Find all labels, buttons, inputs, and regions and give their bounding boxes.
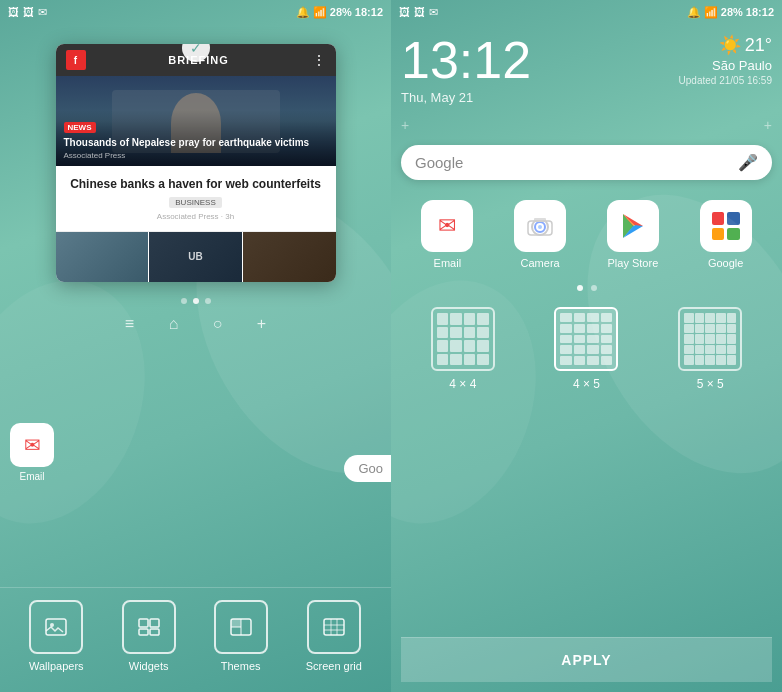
circle-icon[interactable]: ○ [206, 312, 230, 336]
dot-3 [205, 298, 211, 304]
grid-option-4x5[interactable]: 4 × 5 [554, 307, 618, 391]
email-app-icon: ✉ [421, 200, 473, 252]
status-left-icons: 🖼 🖼 ✉ [8, 6, 47, 19]
playstore-app-icon [607, 200, 659, 252]
app-camera[interactable]: Camera [514, 200, 566, 269]
grid-box-4x4 [431, 307, 495, 371]
plus-icon[interactable]: + [250, 312, 274, 336]
themes-icon [214, 600, 268, 654]
news-headline: Thousands of Nepalese pray for earthquak… [64, 136, 328, 149]
menu-widgets[interactable]: Widgets [122, 600, 176, 672]
left-bottom-menu: Wallpapers Widgets [0, 587, 391, 692]
plus-right: + [764, 117, 772, 133]
news-badge: NEWS [64, 122, 96, 133]
camera-svg [525, 214, 555, 238]
thumb-2: UB [149, 232, 243, 282]
right-status-time: 18:12 [746, 6, 774, 18]
widget-plus-row: + + [401, 117, 772, 133]
sun-icon: ☀️ [719, 34, 741, 56]
app-play-store[interactable]: Play Store [607, 200, 659, 269]
dot-2-active [193, 298, 199, 304]
google-cell-red [712, 212, 725, 225]
widgets-icon [122, 600, 176, 654]
menu-screen-grid[interactable]: Screen grid [306, 600, 362, 672]
card-article: Chinese banks a haven for web counterfei… [56, 166, 336, 232]
grid-option-5x5[interactable]: 5 × 5 [678, 307, 742, 391]
right-status-icon-3: ✉ [429, 6, 438, 19]
right-status-right: 🔔 📶 28% 18:12 [687, 6, 774, 19]
app-google[interactable]: Google [700, 200, 752, 269]
grid-label-5x5: 5 × 5 [697, 377, 724, 391]
svg-rect-5 [150, 629, 159, 635]
hamburger-icon[interactable]: ≡ [118, 312, 142, 336]
camera-app-label: Camera [521, 257, 560, 269]
left-status-bar: 🖼 🖼 ✉ 🔔 📶 28% 18:12 [0, 0, 391, 24]
app-card[interactable]: ✓ f BRIEFING ⋮ NEWS Thousands o [56, 44, 336, 282]
grid-label-4x4: 4 × 4 [449, 377, 476, 391]
clock-time: 13:12 [401, 34, 531, 86]
bottom-icons-row: ≡ ⌂ ○ + [118, 312, 274, 336]
svg-rect-4 [139, 629, 148, 635]
menu-wallpapers[interactable]: Wallpapers [29, 600, 84, 672]
google-cell-green [727, 228, 740, 241]
right-status-left: 🖼 🖼 ✉ [399, 6, 438, 19]
wallpapers-svg [45, 618, 67, 636]
article-source: Associated Press · 3h [66, 212, 326, 221]
screen-grid-svg [323, 618, 345, 636]
clock-widget: 13:12 Thu, May 21 ☀️ 21° São Paulo Updat… [401, 34, 772, 105]
search-placeholder: Google [415, 154, 738, 171]
weather-temp: 21° [745, 35, 772, 56]
dot-1 [181, 298, 187, 304]
left-main-content: ✓ f BRIEFING ⋮ NEWS Thousands o [0, 24, 391, 587]
plus-left: + [401, 117, 409, 133]
apply-button[interactable]: APPLY [401, 637, 772, 682]
flipboard-menu-dots[interactable]: ⋮ [312, 52, 326, 68]
spacer [401, 399, 772, 637]
screen-grid-label: Screen grid [306, 660, 362, 672]
status-icon-3: ✉ [38, 6, 47, 19]
svg-rect-10 [324, 619, 344, 635]
status-icon-2: 🖼 [23, 6, 34, 18]
right-status-mute: 🔔 [687, 6, 701, 19]
article-badge: BUSINESS [169, 197, 221, 208]
clock-right-weather: ☀️ 21° São Paulo Updated 21/05 16:59 [679, 34, 772, 86]
status-wifi-icon: 📶 [313, 6, 327, 19]
grid-label-4x5: 4 × 5 [573, 377, 600, 391]
clock-left: 13:12 Thu, May 21 [401, 34, 531, 105]
widgets-label: Widgets [129, 660, 169, 672]
grid-option-4x4[interactable]: 4 × 4 [431, 307, 495, 391]
status-icon-1: 🖼 [8, 6, 19, 18]
card-thumbnails: UB [56, 232, 336, 282]
weather-updated: Updated 21/05 16:59 [679, 75, 772, 86]
mic-icon[interactable]: 🎤 [738, 153, 758, 172]
svg-point-17 [538, 225, 542, 229]
google-app-label: Google [708, 257, 743, 269]
app-email[interactable]: ✉ Email [421, 200, 473, 269]
right-dot-1 [577, 285, 583, 291]
thumb-2-text: UB [188, 251, 202, 262]
thumb-1 [56, 232, 150, 282]
right-dot-2 [591, 285, 597, 291]
svg-rect-3 [150, 619, 159, 627]
google-search-bar[interactable]: Google 🎤 [401, 145, 772, 180]
home-icon[interactable]: ⌂ [162, 312, 186, 336]
apps-dock: ✉ Email Camera [401, 200, 772, 269]
wallpapers-icon [29, 600, 83, 654]
google-partial-bar: Goo [344, 455, 391, 482]
playstore-svg [618, 211, 648, 241]
google-cell-blue [727, 212, 740, 225]
themes-svg [230, 618, 252, 636]
email-icon[interactable]: ✉ [10, 423, 54, 467]
widgets-svg [138, 618, 160, 636]
svg-rect-2 [139, 619, 148, 627]
news-source: Associated Press [64, 151, 328, 160]
google-cell-yellow [712, 228, 725, 241]
screen-grid-icon [307, 600, 361, 654]
email-app-label: Email [434, 257, 462, 269]
right-page-dots [401, 285, 772, 291]
menu-themes[interactable]: Themes [214, 600, 268, 672]
right-status-icon-2: 🖼 [414, 6, 425, 18]
email-floating: ✉ Email [10, 423, 54, 482]
flipboard-logo: f [66, 50, 86, 70]
right-panel: 🖼 🖼 ✉ 🔔 📶 28% 18:12 13:12 Thu, May 21 ☀️… [391, 0, 782, 692]
